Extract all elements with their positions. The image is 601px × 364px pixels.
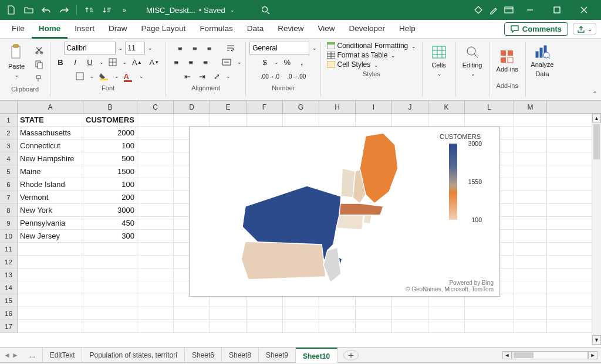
tab-nav-prev-icon[interactable]: ◄	[4, 351, 11, 359]
cell[interactable]	[137, 127, 174, 139]
align-bottom-icon[interactable]: ≡	[203, 42, 216, 55]
cell[interactable]	[247, 320, 283, 332]
sort-desc-icon[interactable]	[99, 2, 114, 18]
cell[interactable]	[18, 320, 83, 332]
row-header[interactable]: 13	[0, 268, 18, 281]
row-header[interactable]: 1	[0, 114, 18, 127]
search-icon[interactable]	[258, 2, 274, 18]
row-header[interactable]: 11	[0, 243, 18, 256]
row-header[interactable]: 6	[0, 178, 18, 191]
decrease-font-icon[interactable]: A▼	[147, 56, 163, 69]
row-header[interactable]: 14	[0, 281, 18, 294]
cell[interactable]	[392, 320, 428, 332]
cell[interactable]	[283, 307, 319, 319]
font-size-input[interactable]	[125, 42, 145, 55]
cell[interactable]	[18, 256, 83, 268]
cell[interactable]	[428, 320, 465, 332]
cell[interactable]	[137, 268, 174, 281]
cell[interactable]	[137, 140, 174, 152]
column-header[interactable]: J	[392, 101, 428, 113]
comments-button[interactable]: Comments	[504, 22, 568, 36]
cell[interactable]	[83, 320, 137, 332]
row-header[interactable]: 17	[0, 320, 18, 333]
undo-icon[interactable]	[39, 2, 54, 18]
tab-draw[interactable]: Draw	[102, 20, 134, 39]
add-sheet-button[interactable]: ＋	[343, 350, 359, 360]
sheet-tab[interactable]: Sheet6	[185, 348, 222, 363]
cell[interactable]	[174, 320, 210, 332]
cell[interactable]: Maine	[18, 165, 83, 178]
tab-insert[interactable]: Insert	[67, 20, 102, 39]
cell[interactable]: STATE	[18, 114, 83, 126]
tab-developer[interactable]: Developer	[342, 20, 392, 39]
redo-icon[interactable]	[56, 2, 72, 18]
chevron-down-icon[interactable]: ⌄	[148, 45, 153, 51]
cell[interactable]	[18, 243, 83, 255]
tab-page-layout[interactable]: Page Layout	[134, 20, 193, 39]
cell[interactable]	[83, 307, 137, 319]
tab-file[interactable]: File	[5, 20, 32, 39]
cell[interactable]: New York	[18, 204, 83, 216]
collapse-ribbon-icon[interactable]: ⌃	[592, 90, 597, 98]
cell[interactable]: 100	[83, 178, 137, 190]
cell[interactable]	[514, 268, 547, 281]
sheet-tab[interactable]: Population of states, territori	[82, 348, 184, 363]
cell[interactable]	[514, 114, 547, 126]
cell-styles-button[interactable]: Cell Styles ⌄	[325, 60, 418, 69]
cell[interactable]	[514, 152, 547, 165]
cell[interactable]	[465, 307, 514, 319]
tab-view[interactable]: View	[310, 20, 342, 39]
decrease-indent-icon[interactable]: ⇤	[181, 70, 194, 83]
horizontal-scrollbar[interactable]: ◄ ►	[359, 351, 601, 359]
cell[interactable]	[137, 152, 174, 165]
cell[interactable]	[174, 307, 210, 319]
cell[interactable]	[283, 114, 319, 126]
cell[interactable]	[428, 307, 465, 319]
close-button[interactable]	[570, 0, 597, 20]
cell[interactable]	[392, 114, 428, 126]
column-header[interactable]: M	[514, 101, 547, 113]
cell[interactable]	[137, 204, 174, 216]
number-format-select[interactable]	[249, 42, 309, 55]
column-header[interactable]: H	[319, 101, 356, 113]
cell[interactable]	[137, 230, 174, 242]
cell[interactable]	[465, 320, 514, 332]
cell[interactable]	[319, 307, 356, 319]
column-header[interactable]: E	[210, 101, 247, 113]
addins-button[interactable]: Add-ins	[494, 41, 520, 81]
column-header[interactable]: K	[428, 101, 465, 113]
row-header[interactable]: 2	[0, 127, 18, 140]
scroll-right-icon[interactable]: ►	[588, 351, 597, 359]
tab-review[interactable]: Review	[271, 20, 310, 39]
cell[interactable]	[18, 294, 83, 307]
format-painter-icon[interactable]	[32, 72, 46, 84]
minimize-button[interactable]	[516, 0, 543, 20]
cell[interactable]	[137, 294, 174, 307]
cell[interactable]	[247, 114, 283, 126]
cell[interactable]	[83, 294, 137, 307]
cell[interactable]	[18, 281, 83, 294]
column-header[interactable]: L	[465, 101, 514, 113]
cell[interactable]: 3000	[83, 204, 137, 216]
bold-button[interactable]: B	[54, 56, 67, 69]
row-header[interactable]: 10	[0, 230, 18, 243]
cell[interactable]	[514, 140, 547, 152]
cell[interactable]: Vermont	[18, 191, 83, 203]
map-chart[interactable]: CUSTOMERS 3000 1550 100 Powered by Bing …	[189, 127, 500, 297]
underline-button[interactable]: U	[83, 56, 96, 69]
cell[interactable]	[247, 307, 283, 319]
cell[interactable]	[83, 281, 137, 294]
column-header[interactable]: B	[83, 101, 137, 113]
cell[interactable]	[514, 307, 547, 319]
cell[interactable]: New Jersey	[18, 230, 83, 242]
row-header[interactable]: 8	[0, 204, 18, 217]
cell[interactable]	[514, 281, 547, 294]
cut-icon[interactable]	[32, 43, 46, 56]
cell[interactable]	[514, 256, 547, 268]
tab-nav-next-icon[interactable]: ►	[12, 351, 19, 359]
align-center-icon[interactable]: ≡	[184, 56, 197, 69]
conditional-formatting-button[interactable]: Conditional Formatting ⌄	[325, 41, 418, 50]
chevron-down-icon[interactable]: ⌄	[119, 45, 123, 51]
column-header[interactable]: D	[174, 101, 210, 113]
row-header[interactable]: 16	[0, 307, 18, 320]
